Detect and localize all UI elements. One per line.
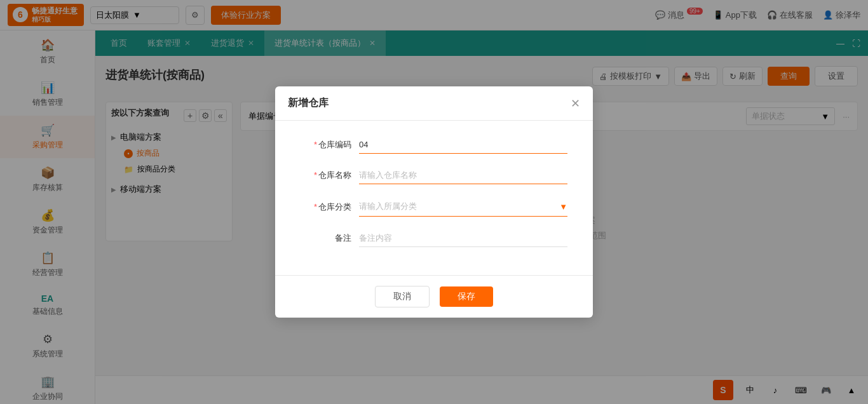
form-row-category: 仓库分类 请输入所属分类 ▼ (301, 197, 567, 217)
dialog-title: 新增仓库 (288, 97, 329, 110)
form-row-note: 备注 (301, 229, 567, 247)
cancel-button[interactable]: 取消 (375, 286, 430, 307)
note-label: 备注 (301, 232, 351, 244)
name-input[interactable] (359, 166, 567, 184)
select-arrow-icon: ▼ (559, 202, 567, 212)
code-input[interactable] (359, 136, 567, 154)
dialog-header: 新增仓库 ✕ (275, 86, 593, 121)
form-row-code: 仓库编码 (301, 136, 567, 154)
category-label: 仓库分类 (301, 201, 351, 213)
category-select[interactable]: 请输入所属分类 ▼ (359, 197, 567, 217)
save-button[interactable]: 保存 (440, 286, 493, 307)
dialog-close-button[interactable]: ✕ (571, 98, 580, 109)
note-input[interactable] (359, 229, 567, 247)
dialog-body: 仓库编码 仓库名称 仓库分类 请输入所属分类 ▼ 备注 (275, 121, 593, 275)
dialog-footer: 取消 保存 (275, 275, 593, 318)
name-label: 仓库名称 (301, 170, 351, 181)
code-label: 仓库编码 (301, 139, 351, 151)
add-warehouse-dialog: 新增仓库 ✕ 仓库编码 仓库名称 仓库分类 请输入所属分类 ▼ 备注 (275, 86, 593, 318)
form-row-name: 仓库名称 (301, 166, 567, 184)
modal-overlay[interactable]: 新增仓库 ✕ 仓库编码 仓库名称 仓库分类 请输入所属分类 ▼ 备注 (0, 0, 868, 404)
